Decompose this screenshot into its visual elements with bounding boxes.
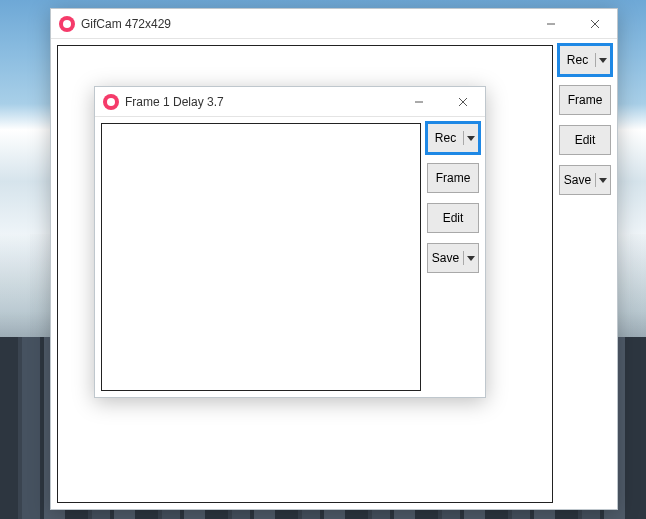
save-button[interactable]: Save: [559, 165, 611, 195]
minimize-button[interactable]: [529, 9, 573, 38]
rec-button[interactable]: Rec: [559, 45, 611, 75]
frame-button-label: Frame: [436, 171, 471, 185]
minimize-button[interactable]: [397, 87, 441, 116]
save-dropdown[interactable]: [596, 178, 610, 183]
rec-button-label: Rec: [560, 53, 596, 67]
titlebar[interactable]: GifCam 472x429: [51, 9, 617, 39]
capture-area[interactable]: [101, 123, 421, 391]
edit-button[interactable]: Edit: [427, 203, 479, 233]
toolbar: Rec Frame Edit Save: [553, 39, 617, 509]
edit-button-label: Edit: [575, 133, 596, 147]
edit-button-label: Edit: [443, 211, 464, 225]
save-dropdown[interactable]: [464, 256, 478, 261]
edit-button[interactable]: Edit: [559, 125, 611, 155]
frame-button[interactable]: Frame: [559, 85, 611, 115]
app-icon: [103, 94, 119, 110]
close-icon: [590, 19, 600, 29]
toolbar: Rec Frame Edit Save: [421, 117, 485, 397]
save-button[interactable]: Save: [427, 243, 479, 273]
minimize-icon: [546, 19, 556, 29]
save-button-label: Save: [560, 173, 596, 187]
rec-dropdown[interactable]: [464, 136, 478, 141]
titlebar[interactable]: Frame 1 Delay 3.7: [95, 87, 485, 117]
frame-button[interactable]: Frame: [427, 163, 479, 193]
close-icon: [458, 97, 468, 107]
rec-button-label: Rec: [428, 131, 464, 145]
close-button[interactable]: [441, 87, 485, 116]
rec-dropdown[interactable]: [596, 58, 610, 63]
save-button-label: Save: [428, 251, 464, 265]
frame-button-label: Frame: [568, 93, 603, 107]
window-title: Frame 1 Delay 3.7: [125, 95, 224, 109]
window-title: GifCam 472x429: [81, 17, 171, 31]
minimize-icon: [414, 97, 424, 107]
rec-button[interactable]: Rec: [427, 123, 479, 153]
close-button[interactable]: [573, 9, 617, 38]
app-icon: [59, 16, 75, 32]
gifcam-frame-window: Frame 1 Delay 3.7 Rec Frame Edit: [94, 86, 486, 398]
